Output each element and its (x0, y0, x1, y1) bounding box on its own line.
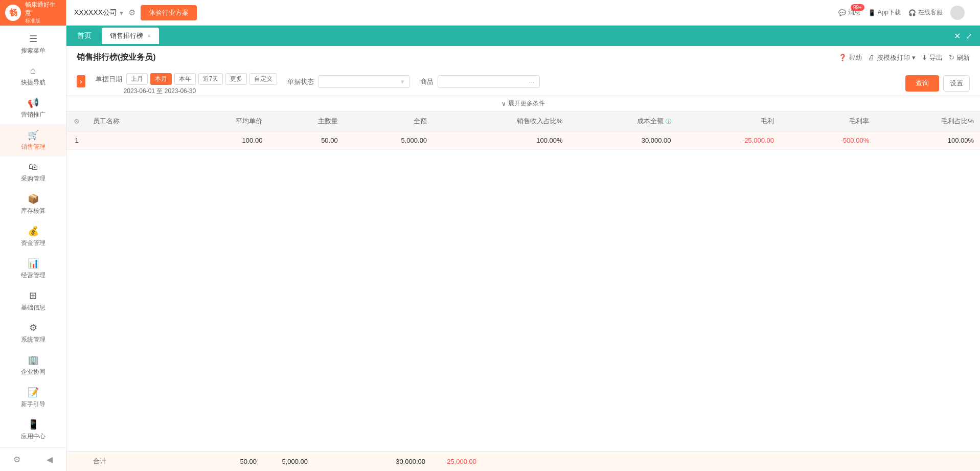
collab-icon: 🏢 (28, 354, 39, 366)
app-download-button[interactable]: 📱 App下载 (868, 8, 901, 17)
purchase-icon: 🛍 (29, 162, 38, 172)
total-quantity: 50.00 (240, 458, 257, 465)
date-shortcuts: 上月 本月 本年 近7天 更多 自定义 (126, 73, 278, 85)
sidebar-label-operations: 经营管理 (21, 271, 45, 280)
sidebar-item-appstore[interactable]: 📱 应用中心 (0, 414, 66, 446)
filter-action-buttons: 查询 设置 (905, 75, 970, 92)
date-range-display: 2023-06-01 至 2023-06-30 (124, 87, 278, 96)
sidebar-item-base[interactable]: ⊞ 基础信息 (0, 285, 66, 317)
avatar[interactable] (950, 6, 965, 20)
last-7days-btn[interactable]: 近7天 (198, 73, 223, 85)
sidebar-item-sales[interactable]: 🛒 销售管理 (0, 124, 66, 156)
sidebar-label-shortcut: 快捷导航 (21, 78, 45, 87)
col-settings-icon[interactable]: ⚙ (66, 111, 87, 131)
print-label: 按模板打印 (877, 53, 910, 62)
table-container: ⚙ 员工名称 平均单价 主数量 全额 销售收入占比% 成本全额 ⓘ 毛利 毛利率… (66, 111, 980, 451)
date-filter-label: 单据日期 (96, 75, 122, 84)
help-button[interactable]: ❓ 帮助 (838, 53, 862, 62)
cell-quantity: 50.00 (268, 131, 344, 150)
content-area: 销售排行榜(按业务员) ❓ 帮助 🖨 按模板打印 ▾ ⬇ 导出 (66, 46, 980, 471)
tab-bar-right: ✕ ⤢ (954, 31, 977, 41)
header-gear-icon[interactable]: ⚙ (128, 8, 135, 17)
sidebar-item-finance[interactable]: 💰 资金管理 (0, 220, 66, 253)
cell-gross-pct: 100.00% (875, 131, 980, 150)
query-button[interactable]: 查询 (905, 75, 939, 92)
custom-date-btn[interactable]: 自定义 (249, 73, 277, 85)
col-quantity: 主数量 (268, 111, 344, 131)
last-month-btn[interactable]: 上月 (126, 73, 148, 85)
sidebar-item-system[interactable]: ⚙ 系统管理 (0, 317, 66, 349)
app-version: 标准版 (25, 17, 61, 25)
tab-sales-ranking[interactable]: 销售排行榜 × (102, 28, 159, 44)
cell-avg-price: 100.00 (178, 131, 269, 150)
more-date-btn[interactable]: 更多 (225, 73, 247, 85)
online-service-label: 在线客服 (918, 8, 943, 17)
sidebar-item-shortcut[interactable]: ⌂ 快捷导航 (0, 60, 66, 92)
sidebar-bottom: ⚙ ◀ (0, 447, 66, 471)
goods-filter-label: 商品 (420, 77, 434, 86)
refresh-button[interactable]: ↻ 刷新 (949, 53, 970, 62)
cell-gross: -25,000.00 (677, 131, 780, 150)
sidebar-label-sales: 销售管理 (21, 143, 45, 151)
tab-bar: 首页 销售排行榜 × ✕ ⤢ (66, 26, 980, 46)
tab-home[interactable]: 首页 (69, 26, 100, 46)
expand-more-button[interactable]: ∨ 展开更多条件 (502, 99, 545, 108)
guide-icon: 📝 (28, 387, 39, 398)
sidebar-item-collab[interactable]: 🏢 企业协同 (0, 349, 66, 382)
app-download-label: App下载 (878, 8, 901, 17)
cell-employee-name (87, 131, 178, 150)
message-button[interactable]: 💬 消息 99+ (838, 8, 860, 17)
try-industry-button[interactable]: 体验行业方案 (141, 5, 197, 20)
tab-home-label: 首页 (77, 31, 92, 40)
status-chevron-icon: ▾ (401, 78, 404, 85)
filter-expand-arrow[interactable]: › (77, 75, 85, 87)
sidebar-item-marketing[interactable]: 📢 营销推广 (0, 92, 66, 124)
sales-ranking-table: ⚙ 员工名称 平均单价 主数量 全额 销售收入占比% 成本全额 ⓘ 毛利 毛利率… (66, 111, 980, 150)
sidebar-nav: ☰ 搜索菜单 ⌂ 快捷导航 📢 营销推广 🛒 销售管理 🛍 采购管理 📦 库存核… (0, 26, 66, 447)
page-header: 销售排行榜(按业务员) ❓ 帮助 🖨 按模板打印 ▾ ⬇ 导出 (66, 46, 980, 96)
sidebar-logo: 畅 畅康通好生意 标准版 (0, 0, 66, 26)
cell-amount: 5,000.00 (344, 131, 433, 150)
goods-input[interactable]: ··· (438, 75, 540, 88)
status-select[interactable]: ▾ (318, 75, 410, 88)
more-options-icon[interactable]: ··· (529, 78, 535, 85)
sidebar-label-appstore: 应用中心 (21, 432, 45, 441)
system-icon: ⚙ (29, 322, 37, 333)
online-service-button[interactable]: 🎧 在线客服 (908, 8, 943, 17)
export-button[interactable]: ⬇ 导出 (922, 53, 943, 62)
sidebar-label-inventory: 库存核算 (21, 207, 45, 215)
this-month-btn[interactable]: 本月 (150, 73, 172, 85)
finance-icon: 💰 (28, 226, 39, 237)
settings-button[interactable]: 设置 (943, 75, 970, 92)
page-title-row: 销售排行榜(按业务员) ❓ 帮助 🖨 按模板打印 ▾ ⬇ 导出 (77, 52, 970, 68)
sidebar-label-purchase: 采购管理 (21, 174, 45, 183)
table-row: 1 100.00 50.00 5,000.00 100.00% 30,000.0… (66, 131, 980, 150)
sidebar-item-purchase[interactable]: 🛍 采购管理 (0, 156, 66, 188)
filter-section: › 单据日期 上月 本月 本年 近7天 更多 自定义 (77, 68, 970, 96)
cell-rank: 1 (66, 131, 87, 150)
col-gross-rate: 毛利率 (780, 111, 875, 131)
search-menu-icon: ☰ (29, 33, 37, 44)
tab-maximize-icon[interactable]: ⤢ (966, 31, 972, 41)
total-cost: 30,000.00 (396, 458, 425, 465)
export-icon: ⬇ (922, 54, 927, 61)
company-selector[interactable]: XXXXXX公司 ▾ (74, 8, 123, 17)
sidebar-item-search[interactable]: ☰ 搜索菜单 (0, 28, 66, 60)
sidebar-item-inventory[interactable]: 📦 库存核算 (0, 188, 66, 220)
sidebar-settings-button[interactable]: ⚙ (11, 452, 23, 467)
print-button[interactable]: 🖨 按模板打印 ▾ (868, 53, 916, 62)
base-icon: ⊞ (29, 290, 37, 301)
sidebar-item-guide[interactable]: 📝 新手引导 (0, 382, 66, 414)
sidebar-label-guide: 新手引导 (21, 400, 45, 409)
sales-icon: 🛒 (28, 129, 39, 141)
sidebar-collapse-button[interactable]: ◀ (44, 452, 55, 467)
this-year-btn[interactable]: 本年 (174, 73, 196, 85)
tab-close-icon[interactable]: × (147, 32, 151, 39)
cell-revenue-pct: 100.00% (433, 131, 569, 150)
tab-close-window-icon[interactable]: ✕ (954, 31, 961, 41)
sidebar-label-finance: 资金管理 (21, 239, 45, 248)
phone-icon: 📱 (868, 9, 876, 16)
col-revenue-pct: 销售收入占比% (433, 111, 569, 131)
sidebar-item-operations[interactable]: 📊 经营管理 (0, 253, 66, 285)
expand-more-row: ∨ 展开更多条件 (66, 96, 980, 111)
